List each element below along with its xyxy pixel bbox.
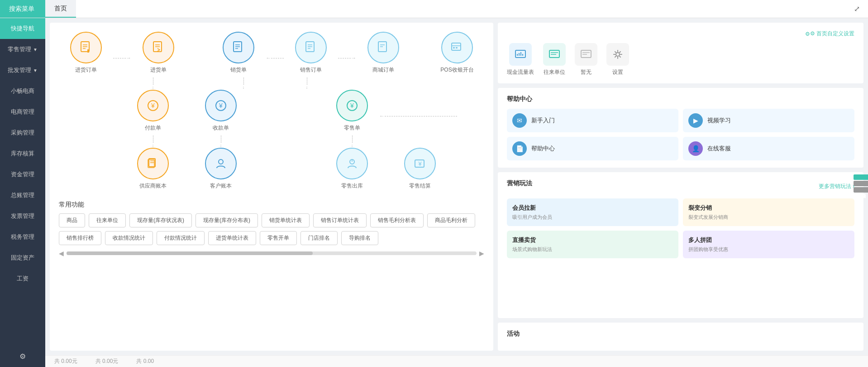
- help-grid: ✉ 新手入门 ▶ 视频学习 📄 帮助中心 👤: [507, 109, 854, 160]
- scrollbar-thumb[interactable]: [67, 251, 313, 255]
- gear-icon: ⚙: [805, 31, 810, 37]
- cf-btn-8[interactable]: 销售排行榜: [59, 231, 101, 245]
- wf-circle-jinhuodd: [70, 32, 102, 63]
- svg-text:¥: ¥: [151, 102, 155, 109]
- sidebar-item-salary[interactable]: 工资: [0, 268, 45, 289]
- sidebar-item-quicknav[interactable]: 快捷导航: [0, 18, 45, 39]
- sidebar-item-ledger[interactable]: 总账管理: [0, 185, 45, 206]
- customize-settings[interactable]: ⚙ ⚙ 首页自定义设置: [507, 30, 854, 38]
- svg-rect-20: [453, 47, 455, 48]
- cf-btn-12[interactable]: 零售开单: [260, 231, 297, 245]
- help-item-video[interactable]: ▶ 视频学习: [683, 109, 854, 132]
- wf-node-shoukuandan[interactable]: ¥ 收款单: [194, 90, 248, 132]
- sidebar-item-fixed-assets[interactable]: 固定资产: [0, 247, 45, 268]
- marketing-item-viral[interactable]: 裂变分销 裂变式发展分销商: [683, 198, 854, 226]
- bottom-bar: 共 0.00元 共 0.00元 共 0.00: [45, 355, 868, 367]
- search-menu[interactable]: 搜索菜单: [0, 0, 45, 18]
- chevron-down-icon: ▼: [33, 47, 38, 52]
- more-marketing-link[interactable]: 更多营销玩法 ›: [819, 183, 854, 190]
- wf-node-jinhuo[interactable]: 进货单: [131, 32, 186, 74]
- float-btn-desktop[interactable]: 桌面快捷: [854, 187, 868, 193]
- scroll-left-icon[interactable]: ◀: [59, 250, 64, 257]
- quick-nav-section: ⚙ ⚙ 首页自定义设置 现金流量表: [498, 23, 863, 83]
- marketing-item-live[interactable]: 直播卖货 场景式购物新玩法: [507, 231, 678, 258]
- help-center-title: 帮助中心: [507, 95, 854, 103]
- cf-btn-0[interactable]: 商品: [59, 213, 85, 227]
- wf-node-lingshougj[interactable]: ¥ 零售结算: [393, 148, 447, 190]
- wf-node-pos[interactable]: POS收银开台: [430, 32, 484, 74]
- marketing-item-member[interactable]: 会员拉新 吸引用户成为会员: [507, 198, 678, 226]
- help-center-section: 帮助中心 ✉ 新手入门 ▶ 视频学习 📄 帮助中心: [498, 88, 863, 168]
- help-item-helpcenter[interactable]: 📄 帮助中心: [507, 137, 678, 160]
- help-item-onlineservice[interactable]: 👤 在线客服: [683, 137, 854, 160]
- nav-icon-none[interactable]: 暂无: [575, 43, 597, 76]
- cf-btn-3[interactable]: 现存量(库存分布表): [196, 213, 258, 227]
- fullscreen-button[interactable]: ⤢: [850, 2, 863, 16]
- quick-nav-icons: 现金流量表 往来单位 暂无: [507, 43, 854, 76]
- right-panel: ⚙ ⚙ 首页自定义设置 现金流量表: [498, 18, 868, 355]
- wf-node-xiaoshoudingdan[interactable]: 销售订单: [284, 32, 338, 74]
- horizontal-scrollbar[interactable]: ◀ ▶: [59, 250, 484, 257]
- sidebar-item-tax[interactable]: 税务管理: [0, 227, 45, 247]
- top-bar-right: ⤢: [850, 0, 868, 18]
- settings-icon: [606, 43, 629, 66]
- nav-icon-cashflow[interactable]: 现金流量表: [507, 43, 534, 76]
- scrollbar-track[interactable]: [67, 251, 477, 255]
- cf-btn-4[interactable]: 销货单统计表: [262, 213, 310, 227]
- sidebar-item-inventory[interactable]: 库存核算: [0, 143, 45, 164]
- cf-btn-14[interactable]: 导购排名: [341, 231, 378, 245]
- wf-node-lingshouchuku[interactable]: 零售出库: [325, 148, 379, 190]
- cashflow-icon: [509, 43, 532, 66]
- scroll-right-icon[interactable]: ▶: [479, 250, 484, 257]
- help-item-beginner[interactable]: ✉ 新手入门: [507, 109, 678, 132]
- wf-circle-xiaohuo: [223, 32, 254, 63]
- wf-circle-pos: [441, 32, 473, 63]
- cf-btn-9[interactable]: 收款情况统计: [105, 231, 153, 245]
- cf-btn-10[interactable]: 付款情况统计: [157, 231, 205, 245]
- sidebar-item-ecommerce-mgmt[interactable]: 电商管理: [0, 101, 45, 122]
- wf-node-fukuandan[interactable]: ¥ 付款单: [126, 90, 180, 132]
- beginner-icon: ✉: [512, 113, 527, 128]
- partner-icon: [543, 43, 566, 66]
- wf-circle-shangchengdingdan: [367, 32, 399, 63]
- sidebar-item-purchase[interactable]: 采购管理: [0, 122, 45, 143]
- cf-btn-1[interactable]: 往来单位: [89, 213, 126, 227]
- nav-icon-settings[interactable]: 设置: [606, 43, 629, 76]
- wf-node-lingshoudian[interactable]: ¥ 零售单: [325, 90, 379, 132]
- wf-node-kehuzb[interactable]: 客户账本: [194, 148, 248, 190]
- cf-btn-11[interactable]: 进货单统计表: [208, 231, 256, 245]
- sidebar-item-wholesale[interactable]: 批发管理 ▼: [0, 60, 45, 81]
- chevron-down-icon: ▼: [33, 68, 38, 73]
- workflow-diagram: 进货订单 → 进货单: [59, 32, 484, 193]
- nav-icon-partner[interactable]: 往来单位: [543, 43, 566, 76]
- sidebar-item-invoice[interactable]: 发票管理: [0, 206, 45, 227]
- cf-btn-13[interactable]: 门店排名: [300, 231, 338, 245]
- svg-point-32: [219, 159, 223, 164]
- wf-circle-lingshoudian: ¥: [336, 90, 368, 121]
- wf-node-shangchengdingdan[interactable]: 商城订单: [356, 32, 410, 74]
- marketing-header: 营销玩法 更多营销玩法 ›: [507, 179, 854, 193]
- bottom-stat-1: 共 0.00元: [95, 357, 119, 365]
- wf-node-jinhuodd[interactable]: 进货订单: [59, 32, 113, 74]
- wf-node-gongyingshang[interactable]: 供应商账本: [126, 148, 180, 190]
- tab-home[interactable]: 首页: [45, 0, 76, 18]
- sidebar-item-ecommerce-small[interactable]: 小畅电商: [0, 81, 45, 101]
- marketing-item-group[interactable]: 多人拼团 拼团购物享受优惠: [683, 231, 854, 258]
- float-btn-service[interactable]: 客服热线: [854, 174, 868, 180]
- settings-gear-icon[interactable]: ⚙: [0, 346, 45, 367]
- wf-node-xiaohuo[interactable]: 销货单: [211, 32, 266, 74]
- sidebar-item-finance[interactable]: 资金管理: [0, 164, 45, 185]
- svg-rect-21: [456, 47, 458, 48]
- cf-btn-5[interactable]: 销售订单统计表: [313, 213, 367, 227]
- onlineservice-icon: 👤: [688, 141, 703, 156]
- cf-btn-7[interactable]: 商品毛利分析: [427, 213, 475, 227]
- cf-btn-2[interactable]: 现存量(库存状况表): [129, 213, 192, 227]
- common-functions: 常用功能 商品 往来单位 现存量(库存状况表) 现存量(库存分布表) 销货单统计…: [59, 201, 484, 245]
- sidebar: 快捷导航 零售管理 ▼ 批发管理 ▼ 小畅电商 电商管理 采购管理 库存核算 资…: [0, 18, 45, 367]
- wf-circle-lingshougj: ¥: [404, 148, 436, 179]
- sidebar-item-retail[interactable]: 零售管理 ▼: [0, 39, 45, 60]
- common-functions-title: 常用功能: [59, 201, 484, 209]
- marketing-title: 营销玩法: [507, 179, 532, 188]
- cf-btn-6[interactable]: 销售毛利分析表: [370, 213, 424, 227]
- float-btn-community[interactable]: 服务社区: [854, 181, 868, 186]
